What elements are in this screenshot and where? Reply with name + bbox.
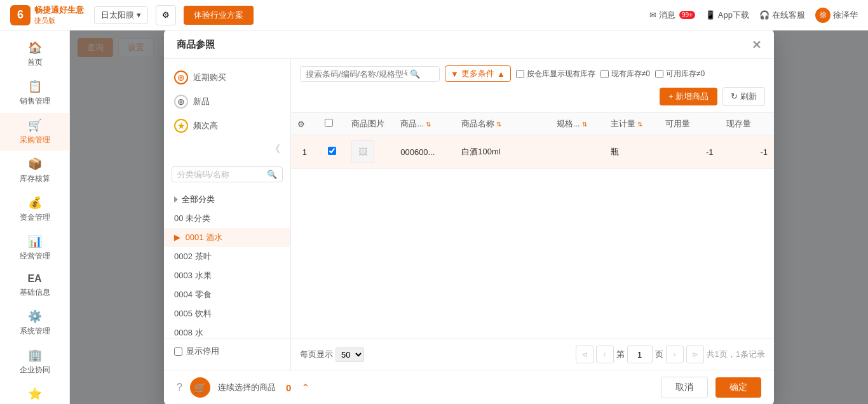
nav-frequent[interactable]: ★ 频次高 (164, 114, 290, 138)
more-conditions-btn[interactable]: ▼ 更多条件 ▲ (445, 65, 511, 82)
cell-row-check[interactable] (318, 135, 346, 169)
display-disabled-section[interactable]: 显示停用 (164, 339, 290, 363)
confirm-button[interactable]: 确定 (715, 377, 761, 398)
sidebar-item-purchase[interactable]: 🛒 采购管理 (0, 113, 69, 151)
category-item-0004[interactable]: 0004 零食 (164, 285, 290, 304)
category-item-0001[interactable]: ▶ 0001 酒水 (164, 228, 290, 247)
sidebar-item-home[interactable]: 🏠 首页 (0, 36, 69, 73)
frequent-icon: ★ (174, 119, 188, 133)
sidebar-item-enterprise[interactable]: 🏢 企业协同 (0, 343, 69, 380)
last-page-btn[interactable]: ⊳ (686, 346, 704, 363)
th-product-code[interactable]: 商品... ⇅ (394, 113, 455, 135)
sidebar-label-purchase: 采购管理 (20, 135, 50, 145)
filter-nonzero-avail-label[interactable]: 可用库存≠0 (655, 69, 705, 79)
product-search-input[interactable] (306, 69, 407, 79)
sales-icon: 📋 (28, 79, 42, 93)
experience-plan-button[interactable]: 体验行业方案 (184, 6, 254, 25)
product-table-wrap: ⚙ 商品图片 (291, 113, 774, 339)
table-row[interactable]: 1 🖼 (291, 135, 774, 169)
modal-overlay: 商品参照 ✕ ⊕ 近期购买 ⊕ 新品 (70, 30, 868, 404)
nav-app-download-item[interactable]: 📱 App下载 (705, 10, 749, 21)
category-search-box[interactable]: 🔍 (172, 166, 283, 182)
product-search-icon: 🔍 (410, 69, 420, 79)
sidebar: 🏠 首页 📋 销售管理 🛒 采购管理 📦 库存核算 💰 资金管理 📊 经营管理 … (0, 30, 70, 404)
sidebar-item-system[interactable]: ⚙️ 系统管理 (0, 304, 69, 342)
sidebar-item-finance[interactable]: 💰 资金管理 (0, 191, 69, 228)
select-all-checkbox[interactable] (325, 119, 333, 127)
cell-row-num: 1 (291, 135, 318, 169)
sort-name-btn[interactable]: 商品名称 ⇅ (461, 118, 501, 130)
category-all-item[interactable]: 全部分类 (164, 190, 290, 209)
nav-service-item[interactable]: 🎧 在线客服 (759, 10, 805, 21)
new-icon: ⊕ (174, 95, 188, 109)
sort-unit-icon: ⇅ (637, 121, 642, 128)
sidebar-item-inventory[interactable]: 📦 库存核算 (0, 152, 69, 189)
product-search-wrap[interactable]: 🔍 (300, 66, 440, 82)
filter-nonzero-avail-checkbox[interactable] (655, 70, 663, 78)
sort-code-btn[interactable]: 商品... ⇅ (400, 118, 431, 130)
display-disabled-checkbox[interactable] (174, 347, 182, 356)
settings-icon-btn[interactable]: ⚙ (156, 5, 176, 25)
page-unit-label: 页 (655, 349, 663, 360)
nav-user-item[interactable]: 徐 徐泽华 (815, 8, 858, 23)
filter-by-warehouse-label[interactable]: 按仓库显示现有库存 (516, 69, 595, 79)
nav-message-item[interactable]: ✉ 消息 99+ (649, 10, 695, 21)
nav-recent-purchase[interactable]: ⊕ 近期购买 (164, 65, 290, 90)
refresh-button[interactable]: ↻ 刷新 (722, 87, 765, 106)
th-unit[interactable]: 主计量 ⇅ (604, 113, 658, 135)
category-item-00[interactable]: 00 未分类 (164, 209, 290, 228)
category-00-label: 00 未分类 (174, 213, 210, 223)
th-spec-label: 规格... (557, 118, 580, 130)
page-size-label: 每页显示 (300, 349, 333, 360)
category-item-0003[interactable]: 0003 水果 (164, 266, 290, 285)
sidebar-label-business: 经营管理 (20, 251, 50, 262)
sort-spec-btn[interactable]: 规格... ⇅ (557, 118, 587, 130)
help-icon-btn[interactable]: ? (177, 382, 182, 393)
sidebar-item-guide[interactable]: ⭐ 新手引导 (0, 382, 69, 404)
category-item-0002[interactable]: 0002 茶叶 (164, 247, 290, 266)
th-stock: 现存量 (720, 113, 774, 135)
row-checkbox[interactable] (328, 147, 336, 155)
filter-by-warehouse-checkbox[interactable] (516, 70, 524, 78)
page-size-dropdown[interactable]: 50 (336, 347, 364, 362)
th-unit-label: 主计量 (611, 118, 635, 130)
sort-code-icon: ⇅ (426, 121, 431, 128)
image-placeholder-icon: 🖼 (358, 147, 367, 157)
prev-page-btn[interactable]: ‹ (596, 346, 614, 363)
collapse-icon-btn[interactable]: ⌃ (301, 382, 309, 394)
basic-icon: EA (27, 273, 41, 285)
page-navigation: ⊲ ‹ 第 页 › ⊳ 共1页，1条记录 (576, 346, 765, 363)
sidebar-item-business[interactable]: 📊 经营管理 (0, 229, 69, 267)
sidebar-label-home: 首页 (27, 57, 43, 68)
modal-close-button[interactable]: ✕ (752, 39, 761, 51)
th-product-name[interactable]: 商品名称 ⇅ (455, 113, 550, 135)
sort-spec-icon: ⇅ (582, 121, 587, 128)
th-check[interactable] (318, 113, 346, 135)
nav-company-dropdown[interactable]: 日太阳膜 ▾ (94, 6, 148, 24)
left-panel-collapse-btn[interactable]: 《 (164, 138, 290, 161)
category-item-0005[interactable]: 0005 饮料 (164, 304, 290, 323)
sidebar-item-sales[interactable]: 📋 销售管理 (0, 74, 69, 112)
category-search-input[interactable] (177, 170, 264, 179)
category-item-0008[interactable]: 0008 水 (164, 323, 290, 339)
page-number-input[interactable] (627, 346, 653, 363)
page-size-select[interactable]: 每页显示 50 (300, 347, 364, 362)
filter-nonzero-stock-text: 现有库存≠0 (611, 69, 650, 79)
settings-gear-icon[interactable]: ⚙ (297, 119, 305, 129)
enterprise-icon: 🏢 (28, 348, 42, 362)
th-avail: 可用量 (659, 113, 720, 135)
main-content: 查询 设置 ↻ 刷新 商品参照 ✕ ⊕ (70, 30, 868, 404)
sort-unit-btn[interactable]: 主计量 ⇅ (611, 118, 642, 130)
message-badge: 99+ (679, 11, 695, 19)
recent-icon: ⊕ (174, 71, 188, 84)
cancel-button[interactable]: 取消 (661, 377, 708, 398)
nav-new-products[interactable]: ⊕ 新品 (164, 90, 290, 114)
filter-nonzero-stock-checkbox[interactable] (600, 70, 609, 78)
add-product-button[interactable]: + 新增商品 (660, 88, 717, 105)
sidebar-item-basic[interactable]: EA 基础信息 (0, 268, 69, 303)
filter-nonzero-stock-label[interactable]: 现有库存≠0 (600, 69, 650, 79)
next-page-btn[interactable]: › (666, 346, 684, 363)
first-page-btn[interactable]: ⊲ (576, 346, 593, 363)
th-product-spec[interactable]: 规格... ⇅ (550, 113, 604, 135)
sidebar-label-sales: 销售管理 (20, 96, 50, 107)
